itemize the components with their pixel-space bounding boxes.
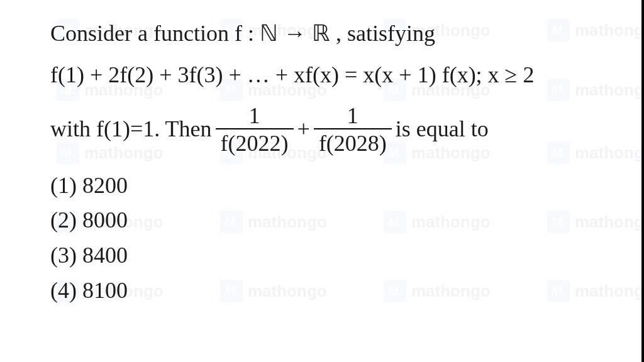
option-label: (3) bbox=[50, 243, 77, 268]
option-value: 8400 bbox=[82, 243, 128, 268]
option-value: 8000 bbox=[82, 207, 128, 233]
option-label: (4) bbox=[50, 278, 77, 303]
blackboard-n: ℕ bbox=[260, 21, 278, 46]
plus-sign: + bbox=[297, 112, 310, 147]
option-value: 8100 bbox=[82, 278, 128, 303]
option-label: (2) bbox=[50, 207, 77, 233]
text-segment: Consider a function f : bbox=[50, 21, 260, 46]
fraction-denominator: f(2022) bbox=[216, 128, 294, 155]
options-list: (1) 8200 (2) 8000 (3) 8400 (4) 8100 bbox=[50, 168, 619, 309]
blackboard-r: ℝ bbox=[312, 21, 330, 46]
option-value: 8200 bbox=[82, 173, 128, 198]
question-block: Consider a function f : ℕ → ℝ , satisfyi… bbox=[0, 0, 644, 309]
question-line-3: with f(1)=1. Then 1 f(2022) + 1 f(2028) … bbox=[50, 104, 619, 155]
fraction-1: 1 f(2022) bbox=[216, 104, 294, 155]
option-4[interactable]: (4) 8100 bbox=[50, 273, 619, 309]
option-2[interactable]: (2) 8000 bbox=[50, 203, 619, 238]
fraction-denominator: f(2028) bbox=[314, 128, 392, 155]
text-segment: with f(1)=1. Then bbox=[50, 112, 212, 147]
text-segment: , satisfying bbox=[330, 21, 435, 46]
arrow: → bbox=[278, 21, 312, 46]
question-line-1: Consider a function f : ℕ → ℝ , satisfyi… bbox=[50, 16, 619, 52]
question-line-2: f(1) + 2f(2) + 3f(3) + … + xf(x) = x(x +… bbox=[50, 58, 619, 93]
text-segment: is equal to bbox=[396, 112, 489, 147]
fraction-2: 1 f(2028) bbox=[314, 104, 392, 155]
option-label: (1) bbox=[50, 173, 77, 198]
option-1[interactable]: (1) 8200 bbox=[50, 168, 619, 204]
fraction-numerator: 1 bbox=[342, 104, 364, 128]
option-3[interactable]: (3) 8400 bbox=[50, 238, 619, 273]
fraction-numerator: 1 bbox=[244, 104, 265, 128]
